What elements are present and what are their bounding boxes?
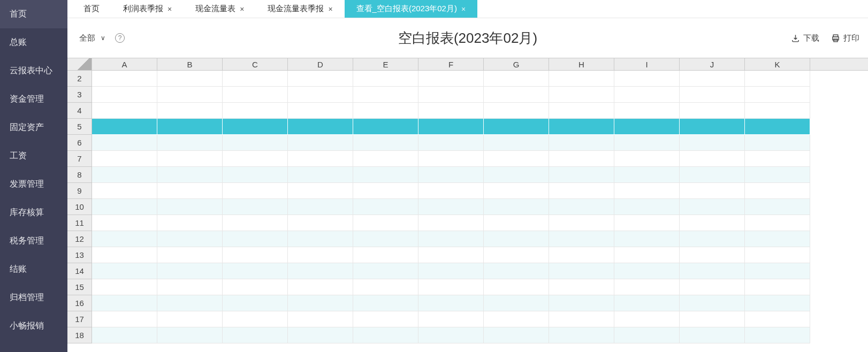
cell[interactable]	[745, 215, 810, 231]
cell[interactable]	[223, 295, 288, 311]
cell[interactable]	[288, 119, 353, 135]
cell[interactable]	[418, 279, 484, 295]
cell[interactable]	[549, 87, 614, 103]
column-header[interactable]: K	[745, 58, 810, 70]
cell[interactable]	[353, 71, 418, 87]
cell[interactable]	[549, 215, 614, 231]
cell[interactable]	[288, 135, 353, 151]
cell[interactable]	[223, 263, 288, 279]
cell[interactable]	[418, 247, 484, 263]
cell[interactable]	[353, 215, 418, 231]
cell[interactable]	[353, 311, 418, 327]
cell[interactable]	[614, 119, 680, 135]
cell[interactable]	[288, 247, 353, 263]
cell[interactable]	[353, 247, 418, 263]
cell[interactable]	[680, 103, 745, 119]
row-header[interactable]: 9	[67, 183, 92, 199]
tab-4[interactable]: 查看_空白报表(2023年02月)×	[345, 0, 478, 18]
cell[interactable]	[614, 215, 680, 231]
cell[interactable]	[288, 151, 353, 167]
cell[interactable]	[223, 279, 288, 295]
cell[interactable]	[223, 135, 288, 151]
cell[interactable]	[680, 279, 745, 295]
cell[interactable]	[680, 295, 745, 311]
row-header[interactable]: 4	[67, 103, 92, 119]
cell[interactable]	[745, 183, 810, 199]
cell[interactable]	[549, 167, 614, 183]
cell[interactable]	[484, 103, 549, 119]
cell[interactable]	[418, 263, 484, 279]
cell[interactable]	[157, 311, 223, 327]
sidebar-item-invoice[interactable]: 发票管理	[0, 170, 67, 198]
cell[interactable]	[418, 183, 484, 199]
cell[interactable]	[549, 103, 614, 119]
sidebar-item-home[interactable]: 首页	[0, 0, 67, 28]
row-header[interactable]: 18	[67, 327, 92, 343]
sidebar-item-close[interactable]: 结账	[0, 255, 67, 284]
cell[interactable]	[157, 295, 223, 311]
column-header[interactable]: F	[418, 58, 484, 70]
cell[interactable]	[288, 103, 353, 119]
cell[interactable]	[745, 167, 810, 183]
cell[interactable]	[549, 135, 614, 151]
cell[interactable]	[353, 151, 418, 167]
cell[interactable]	[549, 151, 614, 167]
cell[interactable]	[549, 279, 614, 295]
sidebar-item-inventory[interactable]: 库存核算	[0, 198, 67, 227]
cell[interactable]	[353, 119, 418, 135]
cell[interactable]	[288, 231, 353, 247]
column-header[interactable]: G	[484, 58, 549, 70]
cell[interactable]	[680, 199, 745, 215]
sidebar-item-salary[interactable]: 工资	[0, 142, 67, 170]
cell[interactable]	[680, 135, 745, 151]
cell[interactable]	[614, 199, 680, 215]
cell[interactable]	[418, 119, 484, 135]
cell[interactable]	[484, 183, 549, 199]
cell[interactable]	[157, 135, 223, 151]
cell[interactable]	[484, 295, 549, 311]
cell[interactable]	[614, 263, 680, 279]
cell[interactable]	[92, 71, 157, 87]
column-header[interactable]: H	[549, 58, 614, 70]
sidebar-item-funds[interactable]: 资金管理	[0, 85, 67, 113]
cell[interactable]	[614, 103, 680, 119]
select-all-corner[interactable]	[67, 58, 92, 70]
cell[interactable]	[92, 103, 157, 119]
row-header[interactable]: 7	[67, 151, 92, 167]
close-icon[interactable]: ×	[461, 5, 466, 13]
cell[interactable]	[157, 167, 223, 183]
cell[interactable]	[418, 167, 484, 183]
cell[interactable]	[418, 151, 484, 167]
row-header[interactable]: 14	[67, 263, 92, 279]
column-header[interactable]: E	[353, 58, 418, 70]
cell[interactable]	[614, 279, 680, 295]
cell[interactable]	[614, 183, 680, 199]
tab-0[interactable]: 首页	[72, 0, 111, 18]
cell[interactable]	[92, 263, 157, 279]
cell[interactable]	[549, 119, 614, 135]
column-header[interactable]: I	[614, 58, 680, 70]
cell[interactable]	[549, 311, 614, 327]
cell[interactable]	[353, 87, 418, 103]
cell[interactable]	[288, 71, 353, 87]
cell[interactable]	[745, 231, 810, 247]
cell[interactable]	[614, 151, 680, 167]
cell[interactable]	[92, 279, 157, 295]
cell[interactable]	[484, 71, 549, 87]
tab-1[interactable]: 利润表季报×	[111, 0, 184, 18]
sidebar-item-expense[interactable]: 小畅报销	[0, 312, 67, 340]
cell[interactable]	[614, 231, 680, 247]
cell[interactable]	[614, 295, 680, 311]
cell[interactable]	[680, 183, 745, 199]
cell[interactable]	[157, 231, 223, 247]
cell[interactable]	[223, 183, 288, 199]
cell[interactable]	[745, 71, 810, 87]
cell[interactable]	[484, 311, 549, 327]
tab-3[interactable]: 现金流量表季报×	[256, 0, 344, 18]
cell[interactable]	[614, 311, 680, 327]
row-header[interactable]: 2	[67, 71, 92, 87]
tab-2[interactable]: 现金流量表×	[184, 0, 256, 18]
cell[interactable]	[614, 327, 680, 343]
cell[interactable]	[549, 295, 614, 311]
row-header[interactable]: 5	[67, 119, 92, 135]
